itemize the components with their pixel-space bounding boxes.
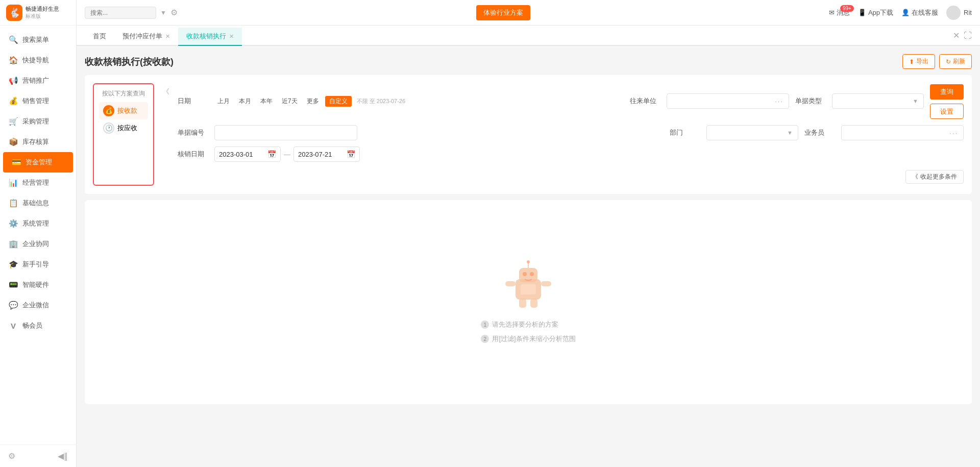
filter-option-receipt-label: 按收款 bbox=[117, 106, 137, 115]
counterpart-dots: ··· bbox=[775, 97, 783, 105]
app-download-btn[interactable]: 📱 App下载 bbox=[858, 8, 893, 17]
message-btn[interactable]: ✉ 消息 99+ bbox=[829, 8, 850, 17]
tab-bar: 首页 预付冲应付单 ✕ 收款核销执行 ✕ ✕ ⛶ bbox=[77, 26, 980, 46]
tab-prepay[interactable]: 预付冲应付单 ✕ bbox=[114, 28, 178, 46]
verify-date-label: 核销日期 bbox=[178, 150, 208, 159]
settings-btn[interactable]: 设置 bbox=[930, 104, 964, 119]
tab-prepay-label: 预付冲应付单 bbox=[122, 32, 162, 41]
app-download-label: App下载 bbox=[868, 8, 893, 17]
sidebar-label-quick-nav: 快捷导航 bbox=[22, 56, 49, 65]
content-area: 收款核销执行(按收款) ⬆ 导出 ↻ 刷新 按以下方案查询 💰 按收款 bbox=[77, 46, 980, 467]
top-bar: ▼ ⚙ 体验行业方案 ✉ 消息 99+ 📱 App下载 👤 在线客服 Rit bbox=[77, 0, 980, 26]
salesperson-input[interactable]: ··· bbox=[841, 125, 964, 140]
quick-date-this-year[interactable]: 本年 bbox=[257, 96, 276, 107]
sidebar-item-marketing[interactable]: 📢 营销推广 bbox=[0, 70, 76, 91]
sidebar-label-wechat: 企业微信 bbox=[22, 301, 49, 310]
marketing-icon: 📢 bbox=[8, 76, 18, 86]
refresh-btn[interactable]: ↻ 刷新 bbox=[939, 54, 972, 69]
tab-home[interactable]: 首页 bbox=[85, 28, 114, 46]
date-separator: — bbox=[284, 151, 290, 158]
quick-dates: 上月 本月 本年 近7天 更多 自定义 不限 至 2023-07-26 bbox=[214, 96, 405, 107]
export-btn[interactable]: ⬆ 导出 bbox=[902, 54, 935, 69]
filter-row-1: 日期 上月 本月 本年 近7天 更多 自定义 不限 至 2023-07-26 bbox=[178, 83, 964, 119]
doc-no-label: 单据编号 bbox=[178, 128, 208, 137]
quick-date-custom[interactable]: 自定义 bbox=[325, 96, 352, 107]
sidebar-item-system[interactable]: ⚙️ 系统管理 bbox=[0, 213, 76, 234]
tab-prepay-close[interactable]: ✕ bbox=[165, 33, 170, 40]
sidebar-item-sales[interactable]: 💰 销售管理 bbox=[0, 91, 76, 111]
svg-point-3 bbox=[530, 272, 534, 276]
verify-start-input[interactable]: 2023-03-01 📅 bbox=[214, 146, 281, 162]
salesperson-dots: ··· bbox=[949, 129, 958, 137]
operation-icon: 📊 bbox=[8, 178, 18, 188]
inventory-icon: 📦 bbox=[8, 137, 18, 147]
beginner-icon: 🎓 bbox=[8, 259, 18, 269]
doc-type-select[interactable]: ▼ bbox=[832, 93, 924, 109]
settings-gear-icon[interactable]: ⚙ bbox=[8, 451, 15, 461]
tab-expand-btn[interactable]: ⛶ bbox=[964, 31, 972, 40]
industry-btn[interactable]: 体验行业方案 bbox=[476, 5, 530, 20]
sidebar-label-purchase: 采购管理 bbox=[22, 117, 49, 126]
service-btn[interactable]: 👤 在线客服 bbox=[901, 8, 938, 17]
step1-num: 1 bbox=[481, 321, 489, 329]
sidebar-item-quick-nav[interactable]: 🏠 快捷导航 bbox=[0, 50, 76, 70]
quick-date-this-month[interactable]: 本月 bbox=[236, 96, 254, 107]
sidebar-item-search-menu[interactable]: 🔍 搜索菜单 bbox=[0, 30, 76, 50]
empty-illustration bbox=[498, 259, 559, 310]
app-logo: 🐇 畅捷通好生意 标准版 bbox=[0, 0, 76, 26]
sidebar-bottom: ⚙ ◀‖ bbox=[0, 445, 76, 467]
sidebar-item-operation[interactable]: 📊 经营管理 bbox=[0, 173, 76, 193]
sidebar-item-purchase[interactable]: 🛒 采购管理 bbox=[0, 111, 76, 132]
sidebar-item-smart-hw[interactable]: 📟 智能硬件 bbox=[0, 275, 76, 295]
sidebar-item-beginner[interactable]: 🎓 新手引导 bbox=[0, 254, 76, 275]
export-icon: ⬆ bbox=[909, 58, 914, 65]
dept-chevron-icon: ▼ bbox=[787, 130, 793, 136]
tab-receivable-close[interactable]: ✕ bbox=[229, 33, 234, 40]
sidebar: 🐇 畅捷通好生意 标准版 🔍 搜索菜单 🏠 快捷导航 📢 营销推广 💰 销售管理… bbox=[0, 0, 77, 467]
filter-row-2: 单据编号 部门 ▼ 业务员 ··· bbox=[178, 125, 964, 140]
sidebar-label-smart-hw: 智能硬件 bbox=[22, 280, 49, 289]
main-area: ▼ ⚙ 体验行业方案 ✉ 消息 99+ 📱 App下载 👤 在线客服 Rit bbox=[77, 0, 980, 467]
sidebar-item-enterprise[interactable]: 🏢 企业协同 bbox=[0, 234, 76, 254]
sidebar-item-wechat[interactable]: 💬 企业微信 bbox=[0, 295, 76, 315]
sidebar-label-operation: 经营管理 bbox=[22, 178, 49, 187]
export-label: 导出 bbox=[916, 57, 928, 66]
sidebar-label-enterprise: 企业协同 bbox=[22, 239, 49, 249]
query-btn[interactable]: 查询 bbox=[930, 84, 964, 100]
sidebar-label-sales: 销售管理 bbox=[22, 96, 49, 106]
dept-select[interactable]: ▼ bbox=[706, 125, 798, 140]
calendar-start-icon: 📅 bbox=[267, 150, 276, 158]
sidebar-item-capital[interactable]: 💳 资金管理 bbox=[3, 152, 73, 173]
step1-text: 请先选择要分析的方案 bbox=[492, 320, 558, 329]
sidebar-item-basic-info[interactable]: 📋 基础信息 bbox=[0, 193, 76, 213]
doc-type-label: 单据类型 bbox=[795, 96, 826, 106]
quick-date-last-month[interactable]: 上月 bbox=[214, 96, 233, 107]
nav-list: 🔍 搜索菜单 🏠 快捷导航 📢 营销推广 💰 销售管理 🛒 采购管理 📦 库存核… bbox=[0, 26, 76, 445]
filter-option-by-receivable[interactable]: 🕐 按应收 bbox=[99, 119, 148, 137]
chevron-down-icon: ▼ bbox=[160, 9, 166, 16]
quick-date-7days[interactable]: 近7天 bbox=[279, 96, 301, 107]
tab-receivable[interactable]: 收款核销执行 ✕ bbox=[178, 28, 242, 46]
tab-close-btn[interactable]: ✕ bbox=[953, 31, 960, 40]
svg-point-2 bbox=[523, 272, 527, 276]
user-menu[interactable]: Rit bbox=[946, 6, 972, 20]
refresh-label: 刷新 bbox=[953, 57, 965, 66]
doc-no-input[interactable] bbox=[214, 125, 357, 140]
filter-collapse-btn[interactable]: 《 bbox=[160, 85, 172, 99]
sidebar-item-vip[interactable]: V 畅会员 bbox=[0, 315, 76, 336]
service-label: 在线客服 bbox=[912, 8, 938, 17]
filter-form: 日期 上月 本月 本年 近7天 更多 自定义 不限 至 2023-07-26 bbox=[178, 83, 964, 186]
step2-num: 2 bbox=[481, 335, 489, 343]
sidebar-label-inventory: 库存核算 bbox=[22, 137, 49, 146]
filter-option-by-receipt[interactable]: 💰 按收款 bbox=[99, 102, 148, 119]
search-menu-icon: 🔍 bbox=[8, 35, 18, 45]
gear-icon[interactable]: ⚙ bbox=[170, 8, 178, 17]
verify-end-input[interactable]: 2023-07-21 📅 bbox=[293, 146, 360, 162]
more-conditions-btn[interactable]: 《 收起更多条件 bbox=[905, 170, 964, 184]
sidebar-collapse-icon[interactable]: ◀‖ bbox=[58, 451, 68, 461]
counterpart-input[interactable]: ··· bbox=[667, 93, 789, 109]
filter-sidebar: 按以下方案查询 💰 按收款 🕐 按应收 bbox=[93, 83, 154, 186]
search-input[interactable] bbox=[85, 7, 156, 19]
quick-date-more[interactable]: 更多 bbox=[304, 96, 322, 107]
sidebar-item-inventory[interactable]: 📦 库存核算 bbox=[0, 132, 76, 152]
